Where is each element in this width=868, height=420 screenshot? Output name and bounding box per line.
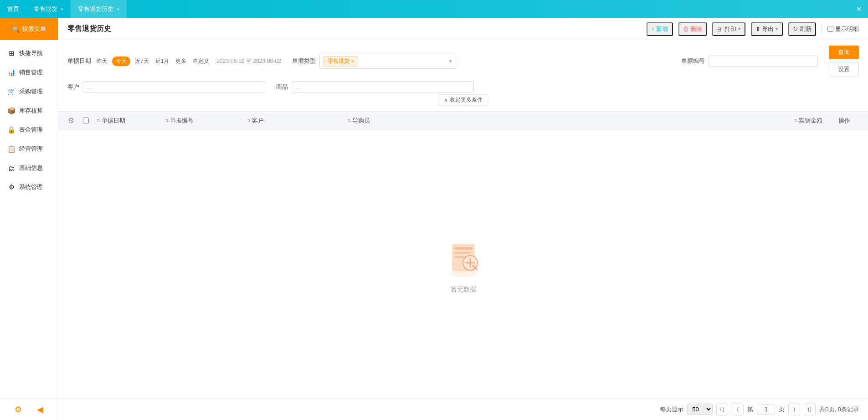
sidebar-item-purchase-mgmt[interactable]: 🛒 采购管理 bbox=[0, 82, 58, 101]
print-button-label: 🖨 打印 bbox=[717, 25, 736, 33]
display-detail-toggle[interactable]: 显示明细 bbox=[827, 25, 859, 33]
tab-retail-return-history-label: 零售退货历史 bbox=[78, 5, 113, 13]
sidebar-item-purchase-mgmt-label: 采购管理 bbox=[19, 87, 43, 96]
table-header: ⚙ ⇅ 单据日期 ⇅ 单据编号 ⇅ 客户 ⇅ 导购员 bbox=[58, 112, 868, 130]
sidebar-search-label: 搜索菜单 bbox=[22, 25, 46, 33]
date-opt-custom[interactable]: 自定义 bbox=[191, 56, 211, 66]
sidebar-item-sales-mgmt[interactable]: 📊 销售管理 bbox=[0, 63, 58, 82]
collapse-row: ∧ 收起更多条件 bbox=[67, 94, 859, 106]
sidebar-item-finance[interactable]: 🔒 资金管理 bbox=[0, 120, 58, 139]
goods-filter: 商品 ... bbox=[276, 81, 474, 92]
page-last-button[interactable]: ⟩⟩ bbox=[804, 404, 816, 415]
new-button[interactable]: + 新增 bbox=[647, 22, 673, 36]
page-header: 零售退货历史 + 新增 🗑 删除 🖨 打印 ▾ ⬆ 导出 ▾ ↻ 刷新 bbox=[58, 18, 868, 40]
page-input[interactable] bbox=[757, 404, 775, 415]
page-unit-label: 页 bbox=[779, 405, 785, 414]
collapse-sidebar-icon[interactable]: ◀ bbox=[37, 405, 43, 415]
print-button[interactable]: 🖨 打印 ▾ bbox=[712, 22, 745, 36]
delete-button[interactable]: 🗑 删除 bbox=[678, 22, 707, 36]
date-filter: 单据日期 昨天 今天 近7天 近1月 更多 自定义 2023-06-02 至 2… bbox=[67, 56, 281, 66]
content-area: 零售退货历史 + 新增 🗑 删除 🖨 打印 ▾ ⬆ 导出 ▾ ↻ 刷新 bbox=[58, 18, 868, 420]
sidebar-item-finance-label: 资金管理 bbox=[19, 126, 43, 134]
num-filter-input[interactable] bbox=[709, 56, 818, 67]
header-divider bbox=[822, 25, 822, 34]
date-opt-more[interactable]: 更多 bbox=[174, 56, 188, 66]
table-select-all[interactable] bbox=[78, 118, 93, 123]
table-area: ⚙ ⇅ 单据日期 ⇅ 单据编号 ⇅ 客户 ⇅ 导购员 bbox=[58, 112, 868, 398]
pagination-bar: 每页显示 20 50 100 ⟨⟨ ⟨ 第 页 ⟩ ⟩⟩ 共0页, 0条记录 bbox=[58, 398, 868, 420]
col-guide-label: 导购员 bbox=[352, 117, 370, 125]
goods-select[interactable]: ... bbox=[292, 81, 474, 92]
tab-retail-return-history-close[interactable]: × bbox=[116, 6, 119, 12]
filter-row-2: 客户 ... 商品 ... bbox=[67, 81, 859, 92]
purchase-mgmt-icon: 🛒 bbox=[7, 87, 15, 96]
sidebar-item-quick-nav-label: 快捷导航 bbox=[19, 49, 43, 57]
display-detail-checkbox[interactable] bbox=[827, 26, 833, 32]
col-guide[interactable]: ⇅ 导购员 bbox=[344, 117, 771, 125]
page-size-label: 每页显示 bbox=[660, 405, 683, 414]
export-button-label: ⬆ 导出 bbox=[755, 25, 774, 33]
type-tag-label: 零售退货 bbox=[328, 57, 349, 65]
sales-mgmt-icon: 📊 bbox=[7, 68, 15, 77]
sidebar-item-system[interactable]: ⚙ 系统管理 bbox=[0, 178, 58, 197]
collapse-button[interactable]: ∧ 收起更多条件 bbox=[438, 94, 488, 106]
sidebar-item-basic-info[interactable]: 🗂 基础信息 bbox=[0, 159, 58, 178]
col-customer[interactable]: ⇅ 客户 bbox=[243, 117, 344, 125]
page-text: 第 bbox=[747, 405, 753, 414]
table-settings-icon[interactable]: ⚙ bbox=[64, 116, 78, 125]
tab-retail-return-history[interactable]: 零售退货历史 × bbox=[71, 0, 127, 18]
refresh-button-label: ↻ 刷新 bbox=[793, 25, 812, 33]
date-range-display: 2023-06-02 至 2023-06-02 bbox=[216, 57, 281, 65]
window-close-button[interactable]: × bbox=[850, 0, 868, 18]
collapse-label: 收起更多条件 bbox=[450, 96, 483, 104]
col-date[interactable]: ⇅ 单据日期 bbox=[93, 117, 161, 125]
col-customer-label: 客户 bbox=[252, 117, 264, 125]
num-filter: 单据编号 bbox=[681, 56, 818, 67]
print-dropdown-icon: ▾ bbox=[738, 26, 741, 32]
export-button[interactable]: ⬆ 导出 ▾ bbox=[751, 22, 783, 36]
page-size-select[interactable]: 20 50 100 bbox=[687, 404, 713, 415]
settings-bottom-icon[interactable]: ⚙ bbox=[15, 405, 22, 415]
empty-state: 暂无数据 bbox=[58, 130, 868, 398]
date-opt-7days[interactable]: 近7天 bbox=[133, 56, 151, 66]
select-all-checkbox[interactable] bbox=[83, 118, 89, 123]
tab-retail-return[interactable]: 零售退货 × bbox=[26, 0, 71, 18]
date-opt-1month[interactable]: 近1月 bbox=[154, 56, 171, 66]
type-tag: 零售退货 × bbox=[324, 56, 358, 67]
sidebar-item-inventory-label: 库存核算 bbox=[19, 107, 43, 115]
inventory-icon: 📦 bbox=[7, 107, 15, 115]
settings-filter-button[interactable]: 设置 bbox=[829, 62, 859, 77]
top-bar: 首页 零售退货 × 零售退货历史 × × bbox=[0, 0, 868, 18]
date-filter-label: 单据日期 bbox=[67, 57, 91, 65]
sidebar-nav: ⊞ 快捷导航 📊 销售管理 🛒 采购管理 📦 库存核算 🔒 资金管理 📋 bbox=[0, 40, 58, 398]
sidebar-item-quick-nav[interactable]: ⊞ 快捷导航 bbox=[0, 44, 58, 63]
page-next-button[interactable]: ⟩ bbox=[788, 404, 800, 415]
refresh-button[interactable]: ↻ 刷新 bbox=[788, 22, 816, 36]
sidebar-bottom: ⚙ ◀ bbox=[0, 398, 58, 420]
sidebar-item-operations[interactable]: 📋 经营管理 bbox=[0, 139, 58, 159]
page-first-button[interactable]: ⟨⟨ bbox=[716, 404, 728, 415]
page-title: 零售退货历史 bbox=[67, 24, 111, 34]
type-select[interactable]: 零售退货 × ▾ bbox=[319, 54, 456, 69]
col-amount[interactable]: ⇅ 实销金额 bbox=[771, 117, 826, 125]
total-info: 共0页, 0条记录 bbox=[819, 405, 859, 414]
date-options: 昨天 今天 近7天 近1月 更多 自定义 bbox=[95, 56, 211, 66]
tab-home[interactable]: 首页 bbox=[0, 0, 26, 18]
col-num[interactable]: ⇅ 单据编号 bbox=[161, 117, 243, 125]
col-num-label: 单据编号 bbox=[170, 117, 194, 125]
sidebar-search-button[interactable]: 🔍 搜索菜单 bbox=[0, 18, 58, 40]
page-prev-button[interactable]: ⟨ bbox=[732, 404, 744, 415]
customer-select[interactable]: ... bbox=[83, 81, 265, 92]
type-tag-close[interactable]: × bbox=[351, 58, 354, 64]
date-opt-yesterday[interactable]: 昨天 bbox=[95, 56, 109, 66]
tab-retail-return-close[interactable]: × bbox=[60, 6, 63, 12]
display-detail-label: 显示明细 bbox=[835, 25, 859, 33]
query-button[interactable]: 查询 bbox=[829, 46, 859, 59]
col-amount-sort: ⇅ bbox=[794, 118, 797, 123]
sidebar-item-sales-mgmt-label: 销售管理 bbox=[19, 68, 43, 77]
sidebar-item-inventory[interactable]: 📦 库存核算 bbox=[0, 101, 58, 120]
finance-icon: 🔒 bbox=[7, 126, 15, 134]
new-button-label: + 新增 bbox=[651, 25, 668, 33]
date-opt-today[interactable]: 今天 bbox=[112, 56, 130, 66]
sidebar-item-basic-info-label: 基础信息 bbox=[19, 164, 43, 172]
